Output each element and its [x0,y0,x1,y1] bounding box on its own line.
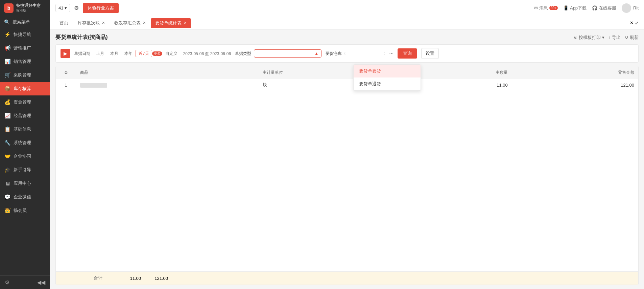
chevron-down-icon: ▾ [602,35,604,40]
date-range: 2023-05-06 至 2023-06-06 [183,51,231,57]
tab-inventory-batch[interactable]: 库存批次账✕ [74,18,109,28]
service-icon: 🎧 [592,5,597,10]
date-btn-自定义[interactable]: 自定义 [162,50,181,57]
nav-label: 销售管理 [14,59,31,65]
logo-icon: b [4,3,14,13]
settings-icon[interactable]: ⚙ [5,279,9,286]
tab-close[interactable]: ✕ [184,21,187,25]
quick-nav-icon: ⚡ [4,31,11,38]
messages-label: 消息 [539,5,548,11]
nav-label: 企业协同 [14,153,31,159]
nav-label: 采购管理 [14,72,31,78]
col-settings[interactable]: ⚙ [56,66,76,79]
sidebar-item-finance[interactable]: 💰资金管理 [0,95,50,109]
app-logo: b 畅捷通好生意 标准版 [0,0,50,16]
nav-label: 快捷导航 [14,31,31,38]
export-btn[interactable]: ↑ 导出 [609,35,621,41]
data-table-wrapper: ⚙ 商品 主计量单位 主数量 零售金额 1 块 11.00 121.00 合计 [55,66,639,285]
print-icon: 🖨 [573,35,577,40]
sidebar-item-system[interactable]: 🔧系统管理 [0,136,50,150]
query-button[interactable]: 查询 [398,48,417,59]
basic-info-icon: 📋 [4,126,11,133]
sidebar-item-purchase[interactable]: 🛒采购管理 [0,68,50,82]
guide-icon: 🎓 [4,166,11,173]
sidebar-item-member[interactable]: 👑畅会员 [0,204,50,217]
nav-label: 资金管理 [14,99,31,105]
member-icon: 👑 [4,207,11,214]
app-download-label: App下载 [570,5,587,11]
org-selector[interactable]: 41 ▾ [55,4,70,12]
export-icon: ↑ [609,35,611,40]
tab-close[interactable]: ✕ [143,21,146,25]
collapse-icon[interactable]: ◀◀ [37,279,45,286]
more-filters-icon[interactable]: ··· [389,50,393,57]
page-header: 要货单统计表(按商品) 🖨 按模板打印 ▾ ↑ 导出 ↺ 刷新 [55,34,639,41]
user-menu[interactable]: Rit [622,3,639,13]
sidebar-item-wechat[interactable]: 💬企业微信 [0,190,50,204]
date-btn-本年[interactable]: 本年 [121,50,136,57]
sidebar-item-inventory[interactable]: 📦库存核算 [0,82,50,95]
type-input[interactable] [257,51,314,56]
col-quantity: 主数量 [406,66,512,79]
nav-label: 企业微信 [14,194,31,200]
dropdown-item-return[interactable]: 要货单退货 [354,77,421,90]
tab-home[interactable]: 首页 [55,18,72,28]
tab-order-stats[interactable]: 要货单统计表✕ [151,18,191,28]
col-product: 商品 [76,66,259,79]
app-sub: 标准版 [16,8,41,13]
type-label: 单据类型 [235,51,251,57]
cell-amount: 121.00 [512,79,638,91]
tab-receivables[interactable]: 收发存汇总表✕ [110,18,150,28]
tab-label: 首页 [59,20,68,26]
date-btn-上月[interactable]: 上月 [93,50,107,57]
print-btn[interactable]: 🖨 按模板打印 ▾ [573,35,604,41]
nav-label: 营销推广 [14,45,31,51]
sidebar-search[interactable]: 🔍 搜索菜单 [0,16,50,28]
tab-close-all[interactable]: ✕ [630,20,634,25]
sidebar-item-operations[interactable]: 📈经营管理 [0,109,50,123]
sidebar-item-cooperation[interactable]: 🤝企业协同 [0,150,50,163]
messages-btn[interactable]: ✉ 消息 99+ [534,5,558,11]
nav-label: 库存核算 [14,86,31,92]
cell-product [76,79,259,91]
date-btn-本月[interactable]: 本月 [107,50,121,57]
sidebar: b 畅捷通好生意 标准版 🔍 搜索菜单 ⚡快捷导航📢营销推广📊销售管理🛒采购管理… [0,0,50,289]
sidebar-item-guide[interactable]: 🎓新手引导 [0,163,50,177]
settings-button[interactable]: 设置 [421,48,439,59]
tab-expand-icon[interactable]: ⤢ [635,20,639,25]
dropdown-item-order[interactable]: 要货单要货 [354,65,421,77]
trial-btn[interactable]: 体验行业方案 [83,3,119,13]
tab-label: 收发存汇总表 [114,20,141,26]
online-service-btn[interactable]: 🎧 在线客服 [592,5,616,11]
sidebar-item-sales[interactable]: 📊销售管理 [0,55,50,68]
type-filter-group: 单据类型 ▲ 要货单要货要货单退货 [235,49,321,58]
nav-label: 系统管理 [14,140,31,146]
sidebar-item-quick-nav[interactable]: ⚡快捷导航 [0,28,50,41]
tab-label: 库存批次账 [78,20,100,26]
refresh-icon: ↺ [625,35,628,40]
user-name: Rit [633,5,639,10]
footer-label: 合计 [60,275,127,281]
app-center-icon: 🖥 [4,180,11,187]
sidebar-item-marketing[interactable]: 📢营销推广 [0,41,50,55]
app-download-btn[interactable]: 📱 App下载 [563,5,587,11]
date-filter-group: 单据日期 上月本月本年近7天更多自定义 2023-05-06 至 2023-06… [74,50,231,57]
warehouse-select[interactable] [344,52,385,55]
col-amount: 零售金额 [512,66,638,79]
refresh-btn[interactable]: ↺ 刷新 [625,35,639,41]
topbar: 41 ▾ ⚙ 体验行业方案 ✉ 消息 99+ 📱 App下载 🎧 在线客服 R [50,0,644,16]
filter-toggle[interactable]: ▶ [61,49,70,58]
tab-label: 要货单统计表 [155,20,182,26]
date-btn-近7天[interactable]: 近7天 [136,50,152,57]
type-select[interactable]: ▲ [254,49,321,58]
date-badge: 更多 [152,51,162,56]
date-label: 单据日期 [74,51,90,57]
sidebar-item-app-center[interactable]: 🖥应用中心 [0,177,50,190]
date-buttons: 上月本月本年近7天更多自定义 [93,51,181,57]
system-icon: 🔧 [4,139,11,146]
search-label: 搜索菜单 [13,19,30,25]
sidebar-item-basic-info[interactable]: 📋基础信息 [0,123,50,136]
table-footer: 合计 11.00 121.00 [56,271,638,285]
topbar-settings-icon[interactable]: ⚙ [74,5,79,11]
tab-close[interactable]: ✕ [102,21,105,25]
